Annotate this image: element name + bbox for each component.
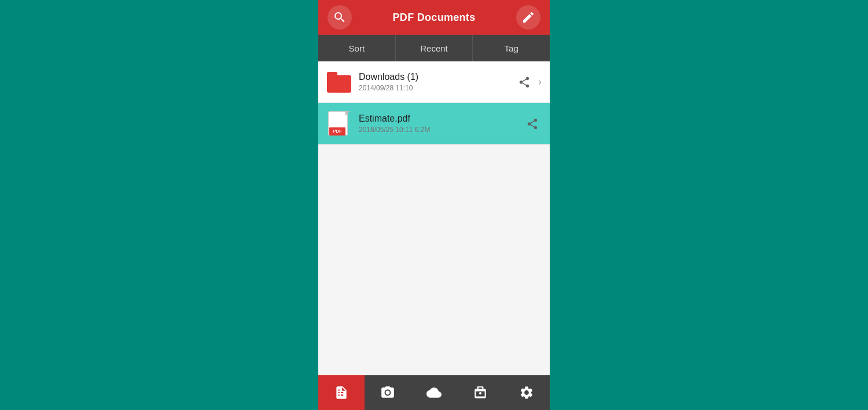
edit-button[interactable] [516, 5, 540, 30]
nav-camera[interactable] [365, 375, 411, 410]
file-actions-downloads: › [515, 73, 542, 91]
app-container: PDF Documents Sort Recent Tag [318, 0, 550, 410]
folder-icon-downloads [326, 69, 352, 95]
file-meta-estimate: 2018/05/25 10:11 6.2M [359, 126, 523, 134]
list-item-downloads[interactable]: Downloads (1) 2014/09/28 11:10 › [318, 61, 550, 103]
settings-icon [519, 385, 534, 400]
nav-settings[interactable] [503, 375, 550, 410]
toolbar: Sort Recent Tag [318, 35, 550, 61]
list-item-estimate[interactable]: PDF Estimate.pdf 2018/05/25 10:11 6.2M [318, 103, 550, 145]
tools-icon [473, 385, 488, 400]
nav-tools[interactable] [457, 375, 503, 410]
nav-documents[interactable] [318, 375, 365, 410]
file-name-estimate: Estimate.pdf [359, 114, 523, 124]
nav-cloud[interactable] [411, 375, 457, 410]
file-name-downloads: Downloads (1) [359, 72, 515, 82]
file-meta-downloads: 2014/09/28 11:10 [359, 84, 515, 92]
share-button-downloads[interactable] [515, 73, 534, 91]
documents-icon [334, 385, 349, 400]
search-icon [333, 10, 347, 24]
file-actions-estimate [523, 115, 542, 133]
tab-recent[interactable]: Recent [396, 35, 473, 61]
share-icon [518, 76, 531, 89]
chevron-right-downloads: › [538, 76, 542, 88]
bottom-nav [318, 375, 550, 410]
search-button[interactable] [328, 5, 352, 30]
pdf-icon-estimate: PDF [326, 111, 352, 137]
file-info-downloads: Downloads (1) 2014/09/28 11:10 [359, 72, 515, 92]
camera-icon [380, 385, 395, 400]
header: PDF Documents [318, 0, 550, 35]
tab-tag[interactable]: Tag [473, 35, 550, 61]
edit-icon [521, 10, 535, 24]
file-list: Downloads (1) 2014/09/28 11:10 › PDF [318, 61, 550, 375]
cloud-icon [426, 385, 442, 400]
share-icon-estimate [526, 118, 539, 130]
header-title: PDF Documents [393, 12, 476, 24]
tab-sort[interactable]: Sort [318, 35, 396, 61]
share-button-estimate[interactable] [523, 115, 542, 133]
file-info-estimate: Estimate.pdf 2018/05/25 10:11 6.2M [359, 114, 523, 134]
